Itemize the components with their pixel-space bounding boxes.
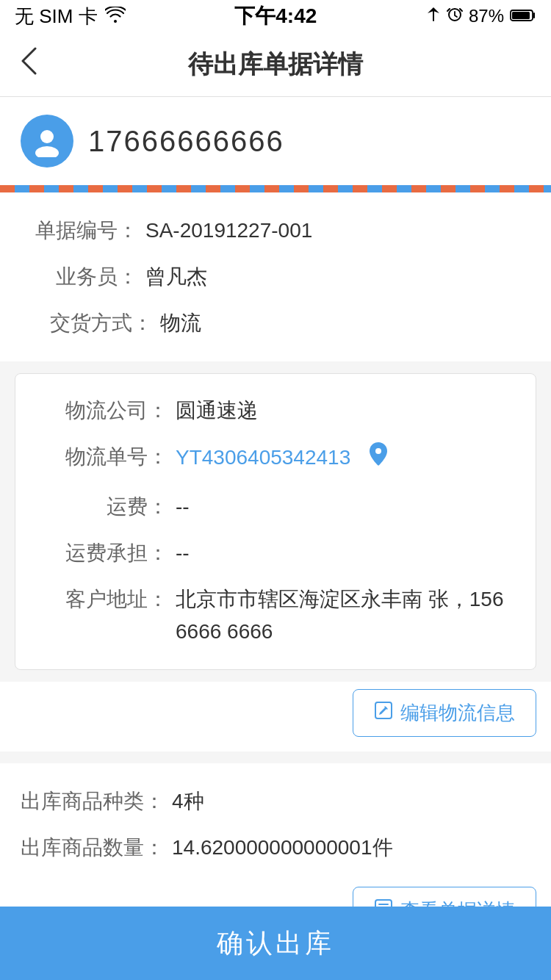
delivery-value: 物流 <box>160 307 530 340</box>
logistics-company-value: 圆通速递 <box>176 394 515 428</box>
user-header: 17666666666 <box>0 97 551 185</box>
document-number-row: 单据编号： SA-20191227-001 <box>21 215 530 248</box>
delivery-label: 交货方式： <box>21 307 153 340</box>
document-number-value: SA-20191227-001 <box>145 215 530 248</box>
svg-point-4 <box>35 146 59 157</box>
goods-type-row: 出库商品种类： 4种 <box>21 785 530 818</box>
logistics-company-row: 物流公司： 圆通速递 <box>36 394 515 428</box>
battery-percentage: 87% <box>469 6 504 26</box>
edit-logistics-button[interactable]: 编辑物流信息 <box>353 689 536 737</box>
freight-label: 运费： <box>36 491 168 524</box>
location-icon[interactable] <box>367 441 390 478</box>
confirm-button[interactable]: 确认出库 <box>0 907 551 980</box>
logistics-card: 物流公司： 圆通速递 物流单号： YT4306405342413 运费： -- … <box>15 373 536 670</box>
tracking-row: 物流单号： YT4306405342413 <box>36 441 515 478</box>
address-value: 北京市市辖区海淀区永丰南 张，156 6666 6666 <box>176 583 515 649</box>
document-number-label: 单据编号： <box>21 215 138 248</box>
freight-bearer-row: 运费承担： -- <box>36 537 515 570</box>
salesperson-row: 业务员： 曾凡杰 <box>21 261 530 294</box>
status-bar-left: 无 SIM 卡 <box>15 4 126 29</box>
logistics-company-label: 物流公司： <box>36 394 168 428</box>
svg-point-5 <box>375 448 381 454</box>
goods-type-label: 出库商品种类： <box>21 785 165 818</box>
gps-icon <box>426 6 441 26</box>
document-info-section: 单据编号： SA-20191227-001 业务员： 曾凡杰 交货方式： 物流 <box>0 192 551 361</box>
confirm-label: 确认出库 <box>217 926 334 962</box>
goods-type-value: 4种 <box>172 785 530 818</box>
svg-rect-2 <box>512 12 530 19</box>
tracking-label: 物流单号： <box>36 441 168 474</box>
alarm-icon <box>447 6 463 26</box>
sim-status: 无 SIM 卡 <box>15 4 98 29</box>
address-row: 客户地址： 北京市市辖区海淀区永丰南 张，156 6666 6666 <box>36 583 515 649</box>
goods-quantity-label: 出库商品数量： <box>21 832 165 865</box>
freight-bearer-label: 运费承担： <box>36 537 168 570</box>
freight-value: -- <box>176 491 515 524</box>
status-bar-time: 下午4:42 <box>234 2 317 30</box>
salesperson-value: 曾凡杰 <box>145 261 530 294</box>
salesperson-label: 业务员： <box>21 261 138 294</box>
tracking-value: YT4306405342413 <box>176 441 515 478</box>
goods-quantity-row: 出库商品数量： 14.620000000000001件 <box>21 832 530 865</box>
status-bar-right: 87% <box>426 6 536 26</box>
nav-bar: 待出库单据详情 <box>0 32 551 97</box>
status-bar: 无 SIM 卡 下午4:42 <box>0 0 551 32</box>
user-phone: 17666666666 <box>88 125 284 158</box>
avatar <box>21 115 73 167</box>
edit-logistics-row: 编辑物流信息 <box>0 682 551 752</box>
wifi-icon <box>105 5 126 28</box>
freight-bearer-value: -- <box>176 537 515 570</box>
address-label: 客户地址： <box>36 583 168 616</box>
delivery-row: 交货方式： 物流 <box>21 307 530 340</box>
back-button[interactable] <box>21 47 37 82</box>
goods-info-section: 出库商品种类： 4种 出库商品数量： 14.620000000000001件 <box>0 763 551 887</box>
battery-icon <box>510 6 536 26</box>
goods-quantity-value: 14.620000000000001件 <box>172 832 530 865</box>
page-title: 待出库单据详情 <box>188 48 363 82</box>
dashed-separator <box>0 185 551 192</box>
section-divider <box>0 752 551 763</box>
edit-logistics-label: 编辑物流信息 <box>400 700 515 726</box>
freight-row: 运费： -- <box>36 491 515 524</box>
edit-icon <box>374 701 393 725</box>
svg-point-3 <box>40 130 54 143</box>
